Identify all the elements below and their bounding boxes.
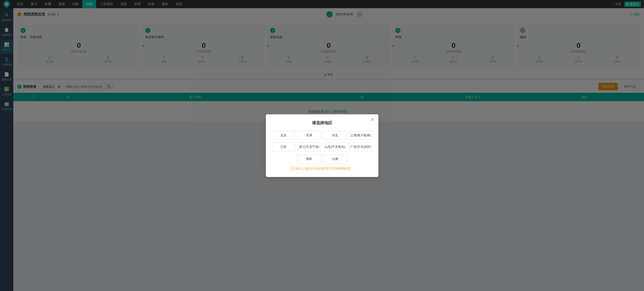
modal-close-button[interactable]: ✕ [370,117,374,122]
region-btn-河北[interactable]: 河北 [323,131,347,140]
region-grid-2: 海南云南 [297,154,347,163]
warning-icon: ! [291,167,294,170]
region-btn-江苏[interactable]: 江苏 [272,142,295,151]
region-grid: 北京天津河北上海(电子税局)江苏浙江(不含宁波)山东(不含青岛)广东(不含深圳) [272,131,372,151]
modal-title: 请选择地区 [272,120,372,126]
modal-warning: ! 除以上地区外其他地区暂不支持报税检查！ [272,166,372,171]
region-btn-云南[interactable]: 云南 [323,154,347,163]
region-btn-浙江(不含宁波)[interactable]: 浙江(不含宁波) [298,142,321,151]
modal-overlay: ✕ 请选择地区 北京天津河北上海(电子税局)江苏浙江(不含宁波)山东(不含青岛)… [0,0,644,291]
warning-text: 除以上地区外其他地区暂不支持报税检查！ [295,166,354,171]
region-btn-山东(不含青岛)[interactable]: 山东(不含青岛) [323,142,347,151]
region-btn-北京[interactable]: 北京 [272,131,295,140]
region-select-modal: ✕ 请选择地区 北京天津河北上海(电子税局)江苏浙江(不含宁波)山东(不含青岛)… [266,114,378,177]
region-btn-海南[interactable]: 海南 [297,154,321,163]
region-btn-天津[interactable]: 天津 [298,131,321,140]
region-btn-上海(电子税局)[interactable]: 上海(电子税局) [349,131,372,140]
region-btn-广东(不含深圳)[interactable]: 广东(不含深圳) [349,142,372,151]
